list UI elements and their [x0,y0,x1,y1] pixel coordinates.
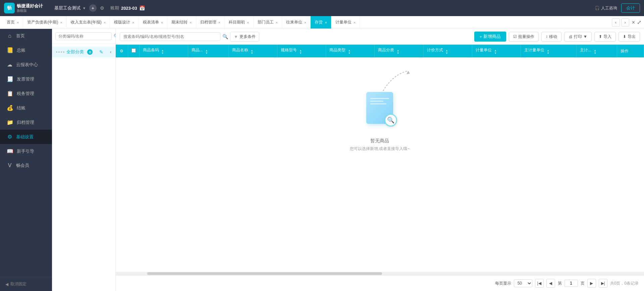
sidebar-item-settings[interactable]: ⚙ 基础设置 [0,130,52,144]
batch-icon: ☑ [513,34,517,39]
import-icon: ⬆ [599,34,602,39]
sidebar-invoice-label: 发票管理 [17,76,34,82]
tab-contacts[interactable]: 往来单位 × [282,16,311,29]
tab-inventory-close[interactable]: × [325,20,327,25]
sidebar-item-guide[interactable]: 📖 新手引导 [0,144,52,158]
tab-balance-sheet-close[interactable]: × [60,20,62,25]
tab-inventory[interactable]: 存货 × [311,16,331,29]
tab-period-end[interactable]: 期末结转 × [167,16,196,29]
product-search-icon[interactable]: 🔍 [222,34,228,39]
sort-category[interactable]: ▲▼ [397,49,399,55]
tab-expand-button[interactable]: ⤢ [637,19,641,26]
tab-next-button[interactable]: › [621,18,629,27]
batch-operation-button[interactable]: ☑ 批量操作 [509,32,539,42]
sidebar-item-member[interactable]: V 畅会员 [0,158,52,173]
last-page-button[interactable]: ▶| [599,279,607,288]
tab-department[interactable]: 部门员工 × [254,16,282,29]
product-table: ⚙ 商品条码 ▲▼ 商品... ▲▼ 商品名称 ▲▼ [116,45,644,179]
tab-template-design[interactable]: 模版设计 × [110,16,139,29]
tab-template-label: 模版设计 [114,19,130,25]
tab-tax-close[interactable]: × [161,20,163,25]
sidebar-item-ledger[interactable]: 📒 总账 [0,43,52,57]
tab-balance-sheet[interactable]: 资产负债表(中期) × [23,16,66,29]
sort-code[interactable]: ▲▼ [205,49,208,55]
sort-main-unit[interactable]: ▲▼ [547,49,549,55]
category-edit-icon[interactable]: ✎ [99,49,103,55]
total-records: 共0页，0条记录 [610,281,639,286]
tab-period-close[interactable]: × [190,20,192,25]
calendar-icon[interactable]: 📅 [139,5,145,11]
export-button[interactable]: ⬇ 导出 [619,32,640,42]
sidebar-unpin-button[interactable]: ◀ 取消固定 [0,277,52,291]
company-name[interactable]: 基层工会测试 [54,5,80,11]
invoice-icon: 🧾 [7,76,13,82]
doc-icon: 🔍 [366,92,393,124]
sidebar-item-home[interactable]: ⌂ 首页 [0,29,52,43]
tab-subject-init-label: 科目期初 [229,19,245,25]
select-all-checkbox[interactable] [131,48,136,53]
th-checkbox[interactable] [128,45,139,57]
sidebar-item-archive[interactable]: 📁 归档管理 [0,115,52,130]
tab-subject-init[interactable]: 科目期初 × [225,16,253,29]
category-collapse-icon[interactable]: ‹ [110,50,111,54]
export-icon: ⬇ [623,34,626,39]
guide-icon: 📖 [7,148,13,154]
doc-line-2 [370,101,383,102]
search-bar: 🔍 ▼ 更多条件 [120,32,472,42]
sidebar-item-closing[interactable]: 💰 结账 [0,101,52,115]
add-company-button[interactable]: + [89,4,97,12]
prev-page-button[interactable]: ◀ [546,279,555,288]
sidebar-item-invoice[interactable]: 🧾 发票管理 [0,72,52,86]
sort-spec[interactable]: ▲▼ [299,49,302,55]
per-page-select[interactable]: 50 10 20 100 [514,279,532,287]
sort-type[interactable]: ▲▼ [348,49,351,55]
more-filter-button[interactable]: ▼ 更多条件 [230,32,259,42]
tab-tax-list[interactable]: 税表清单 × [139,16,167,29]
th-barcode: 商品条码 ▲▼ [139,45,188,57]
tab-prev-button[interactable]: ‹ [612,18,620,27]
add-product-button[interactable]: + 新增商品 [474,32,506,42]
scroll-thumb[interactable] [147,272,382,275]
tab-unit[interactable]: 计量单位 × [331,16,360,29]
next-page-button[interactable]: ▶ [587,279,596,288]
sort-main-count[interactable]: ▲▼ [594,49,596,55]
account-button[interactable]: 会计 [621,3,640,13]
tab-income-close[interactable]: × [104,20,106,25]
tab-income-statement[interactable]: 收入支出表(年报) × [67,16,110,29]
tab-income-statement-label: 收入支出表(年报) [71,19,102,25]
tab-subject-close[interactable]: × [247,20,249,25]
horizontal-scrollbar[interactable] [116,272,644,275]
tab-unit-close[interactable]: × [354,20,356,25]
tab-contacts-close[interactable]: × [304,20,306,25]
tab-home[interactable]: 首页 × [3,16,23,29]
tab-bar: 首页 × 资产负债表(中期) × 收入支出表(年报) × 模版设计 × 税表清单… [0,16,644,29]
move-button[interactable]: ↕ 移动 [541,32,561,42]
sort-name[interactable]: ▲▼ [251,49,253,55]
first-page-button[interactable]: |◀ [535,279,544,288]
category-settings-icon[interactable]: ⚙ [87,49,93,55]
page-number-input[interactable] [565,280,578,287]
tab-unit-label: 计量单位 [335,19,352,25]
print-icon: 🖨 [569,34,573,39]
tab-archive[interactable]: 归档管理 × [196,16,225,29]
print-button[interactable]: 🖨 打印 ▼ [564,32,592,42]
sidebar-item-tax[interactable]: 📋 税务管理 [0,86,52,101]
tab-close-all-button[interactable]: × [632,19,635,26]
category-all-item[interactable]: 全部分类 ⚙ ✎ ‹ [52,47,115,57]
import-button[interactable]: ⬆ 导入 [594,32,616,42]
sidebar-item-cloud-reports[interactable]: ☁ 云报表中心 [0,57,52,72]
th-settings[interactable]: ⚙ [116,45,128,57]
tab-archive-close[interactable]: × [218,20,220,25]
period-value[interactable]: 2023-03 [121,6,137,11]
settings-icon[interactable]: ⚙ [100,5,104,11]
tab-template-close[interactable]: × [132,20,134,25]
company-dropdown-icon[interactable]: ▼ [83,6,86,10]
sort-unit[interactable]: ▲▼ [494,49,497,55]
category-search-input[interactable] [55,32,112,40]
customer-service-button[interactable]: 🎧 人工咨询 [595,5,617,11]
sort-barcode[interactable]: ▲▼ [161,49,164,55]
sort-pricing[interactable]: ▲▼ [445,49,448,55]
tab-home-close[interactable]: × [17,20,19,25]
tab-dept-close[interactable]: × [276,20,278,25]
product-search-input[interactable] [120,32,220,41]
